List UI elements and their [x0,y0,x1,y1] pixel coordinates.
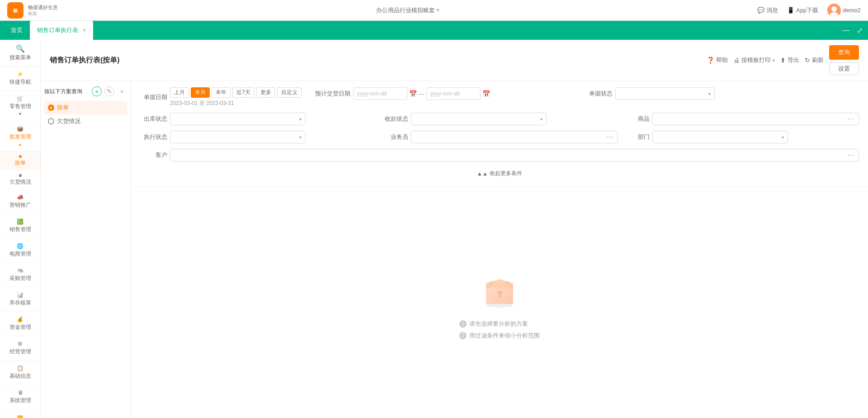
empty-illustration: ? [477,266,522,311]
dept-label: 部门 [623,133,650,141]
sidebar-item-sales[interactable]: 💹 销售管理 [0,214,40,238]
wholesale-submenu: 按单 欠货情况 [0,152,40,190]
tab-sales-exec[interactable]: 销售订单执行表 × [30,21,93,40]
sidebar-item-operations[interactable]: ⚙ 经营管理 [0,336,40,361]
tip-num-1: 1 [459,320,467,328]
search-icon: 🔍 [16,44,25,53]
tabbar: 首页 销售订单执行表 × — ⤢ [0,21,868,40]
status-chevron: ▾ [708,91,711,96]
user-menu[interactable]: demo2 [827,4,861,17]
submenu-item-debt[interactable]: 欠货情况 [0,171,40,190]
press-filter-dot: ● [48,104,54,111]
end-cal-icon[interactable]: 📅 [482,90,490,97]
sidebar-item-finance[interactable]: 💰 资金管理 [0,312,40,336]
date-btn-custom[interactable]: 自定义 [277,87,302,98]
date-label: 单据日期 [140,93,167,101]
filter-item-press[interactable]: ● 按单 [44,101,127,114]
collapse-sidebar-btn[interactable]: « [117,86,127,96]
maximize-btn[interactable]: ⤢ [855,24,864,37]
empty-state: ? 1 请先选择要分析的方案 2 用过滤条件来缩小分析范围 [459,266,540,340]
nav-dropdown-icon[interactable]: ▾ [437,7,439,13]
submenu-item-press[interactable]: 按单 [0,152,40,171]
svg-text:畅: 畅 [13,8,18,13]
tab-home[interactable]: 首页 [4,21,30,40]
goods-row: 商品 ··· [623,113,859,125]
sales-icon: 💹 [17,218,24,225]
setting-button[interactable]: 设置 [829,62,859,75]
date-range-display: 2023-03-01 至 2023-03-31 [170,100,302,107]
edit-scheme-btn[interactable]: ✎ [104,86,114,96]
sidebar-item-basics[interactable]: 📋 基础信息 [0,361,40,385]
operations-icon: ⚙ [18,341,23,347]
sidebar-item-wholesale[interactable]: 📦 批发管理 ▴ [0,121,40,152]
page-title: 销售订单执行表(按单) [50,56,120,65]
expected-date-start[interactable] [353,87,407,100]
sidebar-item-purchase[interactable]: 🛍 采购管理 [0,263,40,287]
exec-label: 执行状态 [140,133,167,141]
page-actions: ❓ 帮助 🖨 按模板打印 ▾ ⬆ 导出 ↻ 刷新 查询 [707,45,859,75]
refresh-icon: ↻ [805,57,810,64]
topbar-center[interactable]: 办公用品行业模拟账套 ▾ [376,6,439,14]
outbound-label: 出库状态 [140,115,167,123]
topbar-left: 畅 畅捷通好生意 标版 [7,2,58,19]
empty-tip-2: 2 用过滤条件来缩小分析范围 [459,332,540,340]
query-btn-group: 查询 设置 [829,45,859,75]
date-btn-this-month[interactable]: 本月 [191,87,210,98]
sidebar-item-inventory[interactable]: 📊 库存核算 [0,287,40,312]
main-area: 单据日期 上月 本月 本年 近7天 更多 自定义 20 [131,81,868,418]
enterprise-icon: 🤝 [17,414,24,418]
purchase-icon: 🛍 [18,267,23,274]
status-select[interactable]: ▾ [615,87,715,100]
customer-dots[interactable]: ··· [848,151,855,159]
salesman-select[interactable]: ··· [411,131,618,143]
refresh-btn[interactable]: ↻ 刷新 [805,56,824,64]
app-download-btn[interactable]: 📱 App下载 [787,6,818,14]
filter-item-debt[interactable]: 欠货情况 [44,114,127,128]
filter-header-actions: + ✎ « [92,86,127,96]
export-btn[interactable]: ⬆ 导出 [780,56,799,64]
payment-select[interactable]: ▾ [411,113,547,125]
collapse-more-btn[interactable]: ▲▲ 收起更多条件 [140,167,859,180]
app-logo: 畅 [7,2,24,19]
debt-dot [19,174,22,177]
sidebar-item-system[interactable]: 🖥 系统管理 [0,385,40,409]
date-btn-7days[interactable]: 近7天 [232,87,255,98]
print-icon: 🖨 [733,57,740,64]
content-area: 销售订单执行表(按单) ❓ 帮助 🖨 按模板打印 ▾ ⬆ 导出 ↻ 刷新 [41,40,868,418]
help-btn[interactable]: ❓ 帮助 [707,56,728,64]
print-btn[interactable]: 🖨 按模板打印 ▾ [733,56,775,64]
message-btn[interactable]: 💬 消息 [757,6,778,14]
empty-tip-1: 1 请先选择要分析的方案 [459,320,540,328]
print-dropdown-icon[interactable]: ▾ [773,58,775,63]
sidebar-item-enterprise[interactable]: 🤝 企业协同 [0,409,40,418]
add-scheme-btn[interactable]: + [92,86,102,96]
exec-select[interactable]: ▾ [170,131,306,143]
goods-select[interactable]: ··· [652,113,859,125]
date-btn-more[interactable]: 更多 [256,87,275,98]
minimize-btn[interactable]: — [840,24,851,36]
sidebar-item-marketing[interactable]: 📣 营销推广 [0,190,40,214]
dept-select[interactable]: ▾ [652,131,788,143]
tab-close-btn[interactable]: × [83,27,86,33]
expected-date-end[interactable] [426,87,481,100]
goods-dots[interactable]: ··· [848,115,855,123]
salesman-dots[interactable]: ··· [606,133,613,141]
sidebar-nav[interactable]: ⚡ 快捷导航 [0,66,40,91]
debt-filter-dot [48,118,54,124]
topbar: 畅 畅捷通好生意 标版 办公用品行业模拟账套 ▾ 💬 消息 📱 App下载 [0,0,868,21]
sidebar-item-ecommerce[interactable]: 🌐 电商管理 [0,238,40,263]
outbound-select[interactable]: ▾ [170,113,306,125]
query-button[interactable]: 查询 [829,45,859,60]
customer-label: 客户 [140,151,167,159]
date-btn-last-month[interactable]: 上月 [170,87,189,98]
exec-row: 执行状态 ▾ [140,131,377,143]
customer-select[interactable]: ··· [170,149,859,162]
filter-sidebar: 按以下方案查询 + ✎ « ● 按单 [41,81,131,418]
system-icon: 🖥 [18,390,23,396]
sidebar-item-retail[interactable]: 🛒 零售管理 ▾ [0,91,40,121]
start-cal-icon[interactable]: 📅 [409,90,417,97]
sidebar: 🔍 搜索菜单 ⚡ 快捷导航 🛒 零售管理 ▾ 📦 批发管理 ▴ 按单 欠货情况 [0,40,41,418]
date-btn-this-year[interactable]: 本年 [212,87,231,98]
sidebar-search[interactable]: 🔍 搜索菜单 [0,40,40,66]
wholesale-icon: 📦 [17,126,24,132]
